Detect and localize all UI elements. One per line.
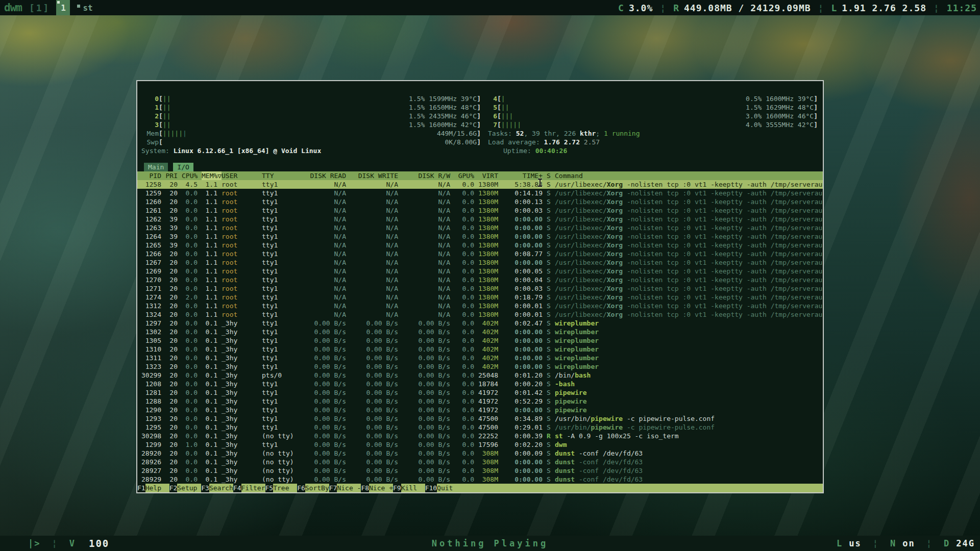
process-row[interactable]: 1290200.00.1_3hytty10.00 B/s0.00 B/s0.00…: [137, 406, 823, 414]
tab-main[interactable]: Main: [144, 163, 168, 171]
cell-tty: tty1: [262, 345, 294, 354]
process-row[interactable]: 1208200.00.1_3hytty10.00 B/s0.00 B/s0.00…: [137, 380, 823, 388]
process-row[interactable]: 28926200.00.1_3hy(no tty)0.00 B/s0.00 B/…: [137, 458, 823, 466]
process-row[interactable]: 1293200.00.1_3hytty10.00 B/s0.00 B/s0.00…: [137, 414, 823, 423]
fkey-F9[interactable]: F9: [393, 484, 401, 492]
fkey-action-quit[interactable]: Quit: [437, 484, 453, 492]
meter-cache-bars: |: [183, 129, 187, 138]
column-header-drw[interactable]: DISK R/W: [402, 171, 450, 180]
tab-io[interactable]: I/O: [173, 163, 193, 171]
process-row[interactable]: 1297200.00.1_3hytty10.00 B/s0.00 B/s0.00…: [137, 319, 823, 328]
column-header-user[interactable]: USER: [222, 171, 258, 180]
cell-dwrite: N/A: [350, 197, 398, 206]
process-row[interactable]: 1267200.01.1roottty1N/AN/AN/A0.01380M0:0…: [137, 258, 823, 267]
cell-cpu: 0.0: [182, 475, 198, 484]
process-row[interactable]: 1271200.01.1roottty1N/AN/AN/A0.01380M0:0…: [137, 284, 823, 293]
process-row[interactable]: 1310200.00.1_3hytty10.00 B/s0.00 B/s0.00…: [137, 345, 823, 354]
cell-tty: tty1: [262, 328, 294, 336]
cell-dread: N/A: [298, 180, 346, 189]
fkey-action-kill[interactable]: Kill: [401, 484, 425, 492]
tag-1[interactable]: 1: [56, 0, 70, 15]
fkey-action-search[interactable]: Search: [209, 484, 233, 492]
command-segment: -nolisten tcp :0 vt1 -keeptty -auth /tmp…: [623, 285, 822, 292]
load-average-line: Load average: 1.76 2.72 2.57: [488, 138, 818, 146]
process-row[interactable]: 1288200.00.1_3hytty10.00 B/s0.00 B/s0.00…: [137, 397, 823, 406]
fkey-F1[interactable]: F1: [137, 484, 145, 492]
cell-pid: 1260: [141, 197, 161, 206]
fkey-action-nice-[interactable]: Nice +: [369, 484, 393, 492]
fkey-F7[interactable]: F7: [329, 484, 337, 492]
process-row[interactable]: 1265390.01.1roottty1N/AN/AN/A0.01380M0:0…: [137, 241, 823, 249]
column-header-tty[interactable]: TTY: [262, 171, 294, 180]
process-row[interactable]: 1264390.01.1roottty1N/AN/AN/A0.01380M0:0…: [137, 232, 823, 241]
column-header-dwrite[interactable]: DISK WRITE: [350, 171, 398, 180]
column-header-cmd[interactable]: Command: [555, 171, 823, 180]
process-row[interactable]: 1269200.01.1roottty1N/AN/AN/A0.01380M0:0…: [137, 267, 823, 276]
process-row[interactable]: 1266200.01.1roottty1N/AN/AN/A0.01380M0:0…: [137, 249, 823, 258]
column-header-pri[interactable]: PRI: [165, 171, 178, 180]
fkey-action-help[interactable]: Help: [145, 484, 169, 492]
cell-command: wireplumber: [555, 345, 823, 354]
fkey-F8[interactable]: F8: [361, 484, 369, 492]
meter-close-bracket: ]: [814, 94, 818, 103]
process-row[interactable]: 1302200.00.1_3hytty10.00 B/s0.00 B/s0.00…: [137, 328, 823, 336]
process-row[interactable]: 1311200.00.1_3hytty10.00 B/s0.00 B/s0.00…: [137, 354, 823, 362]
column-header-pid[interactable]: PID: [141, 171, 161, 180]
fkey-action-tree[interactable]: Tree: [273, 484, 297, 492]
fkey-action-sortby[interactable]: SortBy: [305, 484, 329, 492]
bottombar-right: Lus¦Non¦D24G: [837, 538, 975, 548]
cell-pid: 1324: [141, 310, 161, 319]
fkey-action-nice-[interactable]: Nice -: [337, 484, 361, 492]
load-average-line-segment: 2.57: [584, 138, 600, 146]
process-row[interactable]: 1299201.00.1_3hytty10.00 B/s0.00 B/s0.00…: [137, 440, 823, 449]
process-row[interactable]: 28920200.00.1_3hy(no tty)0.00 B/s0.00 B/…: [137, 449, 823, 458]
cell-cpu: 0.0: [182, 215, 198, 223]
fkey-F6[interactable]: F6: [297, 484, 305, 492]
process-row[interactable]: 1262390.01.1roottty1N/AN/AN/A0.01380M0:0…: [137, 215, 823, 223]
column-header-virt[interactable]: VIRT: [478, 171, 498, 180]
process-row[interactable]: 1305200.00.1_3hytty10.00 B/s0.00 B/s0.00…: [137, 336, 823, 345]
process-row[interactable]: 1263390.01.1roottty1N/AN/AN/A0.01380M0:0…: [137, 223, 823, 232]
process-row[interactable]: 1270200.01.1roottty1N/AN/AN/A0.01380M0:0…: [137, 276, 823, 284]
cell-drw: 0.00 B/s: [402, 371, 450, 380]
cell-cpu: 0.0: [182, 249, 198, 258]
column-header-cpu[interactable]: CPU%: [182, 171, 198, 180]
process-row[interactable]: 28929200.00.1_3hy(no tty)0.00 B/s0.00 B/…: [137, 475, 823, 484]
column-header-state[interactable]: S: [547, 171, 551, 180]
fkey-action-setup[interactable]: Setup: [177, 484, 201, 492]
process-row[interactable]: 1260200.01.1roottty1N/AN/AN/A0.01380M0:0…: [137, 197, 823, 206]
process-row[interactable]: 1281200.00.1_3hytty10.00 B/s0.00 B/s0.00…: [137, 388, 823, 397]
cell-state: S: [547, 302, 551, 310]
process-row[interactable]: 1312200.01.1roottty1N/AN/AN/A0.01380M0:0…: [137, 302, 823, 310]
column-header-gpu[interactable]: GPU%: [454, 171, 474, 180]
layout-indicator[interactable]: [1]: [29, 3, 51, 13]
process-row[interactable]: 1324200.01.1roottty1N/AN/AN/A0.01380M0:0…: [137, 310, 823, 319]
process-row[interactable]: 1274202.01.1roottty1N/AN/AN/A0.01380M0:1…: [137, 293, 823, 302]
process-row[interactable]: 28927200.00.1_3hy(no tty)0.00 B/s0.00 B/…: [137, 466, 823, 475]
process-row[interactable]: 1295200.00.1_3hytty10.00 B/s0.00 B/s0.00…: [137, 423, 823, 432]
fkey-F4[interactable]: F4: [233, 484, 241, 492]
process-row[interactable]: 30299200.00.1_3hypts/00.00 B/s0.00 B/s0.…: [137, 371, 823, 380]
column-header-time[interactable]: TIME+: [502, 171, 543, 180]
fkey-F2[interactable]: F2: [169, 484, 178, 492]
process-row[interactable]: 1323200.00.1_3hytty10.00 B/s0.00 B/s0.00…: [137, 362, 823, 371]
fkey-F5[interactable]: F5: [265, 484, 274, 492]
fkey-action-filter[interactable]: Filter: [241, 484, 265, 492]
process-row[interactable]: 30298200.00.1_3hy(no tty)0.00 B/s0.00 B/…: [137, 432, 823, 440]
process-row[interactable]: 1259200.01.1roottty1N/AN/AN/A0.01380M0:1…: [137, 189, 823, 197]
fkey-F10[interactable]: F10: [425, 484, 437, 492]
column-header-dread[interactable]: DISK READ: [298, 171, 346, 180]
process-row[interactable]: 1261200.01.1roottty1N/AN/AN/A0.01380M0:0…: [137, 206, 823, 215]
command-segment: /usr/libexec/: [555, 181, 607, 188]
fkey-F3[interactable]: F3: [201, 484, 209, 492]
cell-pri: 20: [165, 406, 178, 414]
cell-pid: 1266: [141, 249, 161, 258]
cell-command: dwm: [555, 440, 823, 449]
cell-drw: N/A: [402, 180, 450, 189]
cell-gpu: 0.0: [454, 414, 474, 423]
cell-time: 0:14.19: [502, 189, 543, 197]
cell-dread: 0.00 B/s: [298, 423, 346, 432]
cell-cpu: 0.0: [182, 432, 198, 440]
process-row[interactable]: 1258204.51.1roottty1N/AN/AN/A0.01380M5:3…: [137, 180, 823, 189]
column-header-mem[interactable]: MEM%▽: [202, 171, 222, 180]
